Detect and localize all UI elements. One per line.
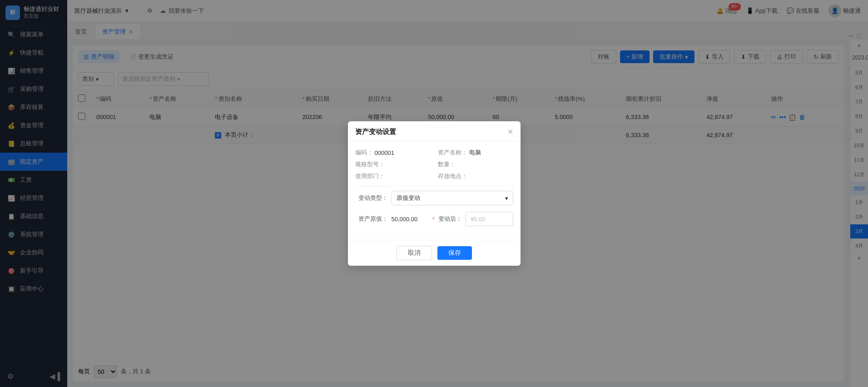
change-type-dropdown-icon: ▾ <box>505 195 508 202</box>
change-type-row: 变动类型： 原值变动 ▾ <box>355 191 513 205</box>
modal-code-row: 编码： 000001 <box>355 149 431 157</box>
original-value-row: 资产原值： 50,000.00 * 变动后： ¥0.00 <box>355 212 513 226</box>
modal-header: 资产变动设置 ✕ <box>348 121 521 141</box>
asset-change-modal: 资产变动设置 ✕ 编码： 000001 资产名称： 电脑 规格型号： 数量： <box>348 121 521 266</box>
modal-quantity-row: 数量： <box>438 160 513 169</box>
modal-spec-row: 规格型号： <box>355 160 431 169</box>
save-button[interactable]: 保存 <box>437 246 472 260</box>
modal-body: 编码： 000001 资产名称： 电脑 规格型号： 数量： 使用部门： <box>348 141 521 240</box>
modal-name-row: 资产名称： 电脑 <box>438 149 513 157</box>
modal-storage-row: 存放地点： <box>438 172 513 180</box>
modal-name-value: 电脑 <box>469 149 481 157</box>
modal-divider <box>355 186 513 186</box>
after-change-input[interactable]: ¥0.00 <box>466 212 513 226</box>
modal-code-value: 000001 <box>375 149 394 156</box>
cancel-button[interactable]: 取消 <box>397 246 432 260</box>
modal-title: 资产变动设置 <box>355 128 396 136</box>
modal-overlay: 资产变动设置 ✕ 编码： 000001 资产名称： 电脑 规格型号： 数量： <box>0 0 868 387</box>
required-star-after: * <box>432 216 435 223</box>
modal-footer: 取消 保存 <box>348 240 521 266</box>
modal-close-button[interactable]: ✕ <box>507 128 513 136</box>
change-type-select[interactable]: 原值变动 ▾ <box>392 191 513 205</box>
modal-original-value: 50,000.00 <box>392 216 429 223</box>
modal-info-grid: 编码： 000001 资产名称： 电脑 规格型号： 数量： 使用部门： <box>355 149 513 180</box>
modal-department-row: 使用部门： <box>355 172 431 180</box>
